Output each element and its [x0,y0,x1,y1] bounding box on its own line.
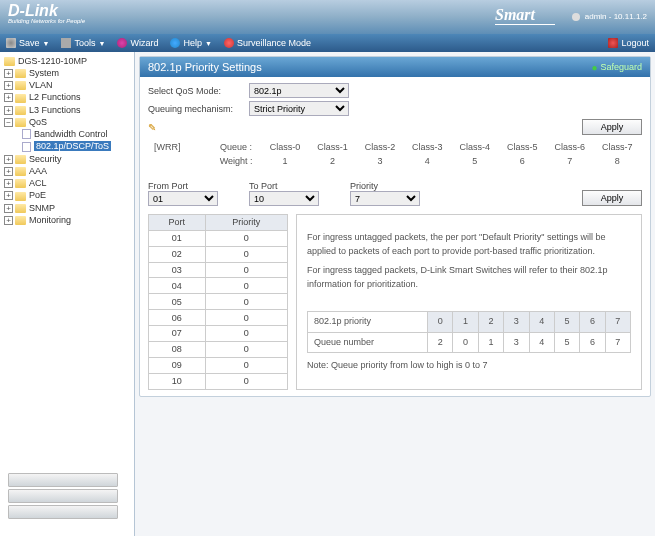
tree-security[interactable]: +Security [2,153,132,165]
tree-l3[interactable]: +L3 Functions [2,104,132,116]
queue-map-table: 802.1p priority 0123 4567 Queue number 2… [307,311,631,353]
table-row: 010 [149,230,288,246]
menu-tools[interactable]: Tools▼ [61,38,105,48]
tree-qos[interactable]: −QoS [2,116,132,128]
menu-help[interactable]: Help▼ [170,38,211,48]
tree-monitoring[interactable]: +Monitoring [2,214,132,226]
user-icon [572,13,580,21]
logo-tagline: Building Networks for People [8,18,85,24]
menu-save[interactable]: Save▼ [6,38,49,48]
menu-logout[interactable]: Logout [608,38,649,48]
tree-system[interactable]: +System [2,67,132,79]
save-icon [6,38,16,48]
from-port-label: From Port [148,181,243,191]
info-box: For ingress untagged packets, the per po… [296,214,642,390]
table-row: 100 [149,373,288,389]
to-port-label: To Port [249,181,344,191]
tree-snmp[interactable]: +SNMP [2,202,132,214]
surveillance-icon [224,38,234,48]
info-p2: For ingress tagged packets, D-Link Smart… [307,264,631,291]
table-row: 070 [149,326,288,342]
logout-icon [608,38,618,48]
settings-panel: 802.1p Priority Settings Safeguard Selec… [139,56,651,397]
logo: D-Link Building Networks for People [8,2,85,24]
admin-info: admin - 10.11.1.2 [572,12,648,21]
tree-poe[interactable]: +PoE [2,189,132,201]
safeguard-badge: Safeguard [591,62,642,73]
logo-text: D-Link [8,2,58,19]
table-row: 060 [149,310,288,326]
tree-bandwidth[interactable]: Bandwidth Control [2,128,132,141]
tree-aaa[interactable]: +AAA [2,165,132,177]
table-row: 040 [149,278,288,294]
tools-icon [61,38,71,48]
priority-select[interactable]: 7 [350,191,420,206]
wrr-table: [WRR]Queue : Class-0Class-1Class-2Class-… [148,139,642,169]
queuing-label: Queuing mechanism: [148,104,243,114]
menu-wizard[interactable]: Wizard [117,38,158,48]
table-row: 050 [149,294,288,310]
help-icon [170,38,180,48]
apply-port-button[interactable]: Apply [582,190,642,206]
apply-qos-button[interactable]: Apply [582,119,642,135]
queuing-select[interactable]: Strict Priority [249,101,349,116]
tree-acl[interactable]: +ACL [2,177,132,189]
edit-icon[interactable]: ✎ [148,122,156,133]
smart-logo: Smart [495,6,555,25]
menu-surveillance[interactable]: Surveillance Mode [224,38,311,48]
table-row: 020 [149,246,288,262]
menubar: Save▼ Tools▼ Wizard Help▼ Surveillance M… [0,34,655,52]
table-row: 090 [149,357,288,373]
tree-8021p[interactable]: 802.1p/DSCP/ToS [2,140,132,153]
port-priority-table: PortPriority 010 020 030 040 050 060 070… [148,214,288,390]
tree-vlan[interactable]: +VLAN [2,79,132,91]
qos-mode-select[interactable]: 802.1p [249,83,349,98]
app-header: D-Link Building Networks for People Smar… [0,0,655,34]
note: Note: Queue priority from low to high is… [307,359,631,373]
from-port-select[interactable]: 01 [148,191,218,206]
priority-label: Priority [350,181,445,191]
tree-device[interactable]: DGS-1210-10MP [2,55,132,67]
to-port-select[interactable]: 10 [249,191,319,206]
panel-title: 802.1p Priority Settings [148,61,262,73]
device-image [8,473,118,528]
nav-tree: DGS-1210-10MP +System +VLAN +L2 Function… [0,52,134,229]
panel-header: 802.1p Priority Settings Safeguard [140,57,650,77]
qos-mode-label: Select QoS Mode: [148,86,243,96]
tree-l2[interactable]: +L2 Functions [2,91,132,103]
sidebar: DGS-1210-10MP +System +VLAN +L2 Function… [0,52,135,536]
wizard-icon [117,38,127,48]
info-p1: For ingress untagged packets, the per po… [307,231,631,258]
table-row: 030 [149,262,288,278]
main-content: 802.1p Priority Settings Safeguard Selec… [135,52,655,536]
admin-text: admin - 10.11.1.2 [585,12,647,21]
table-row: 080 [149,341,288,357]
